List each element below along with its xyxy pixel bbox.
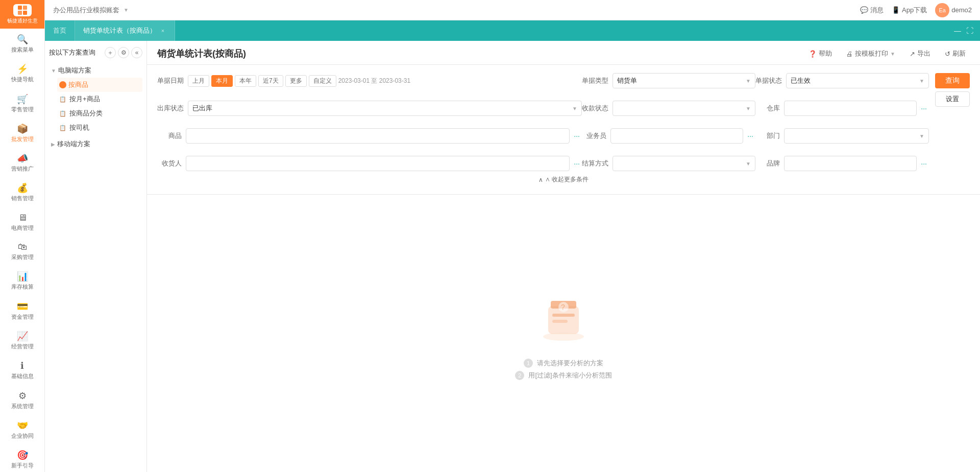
tree-item-by-driver[interactable]: 📋 按司机	[57, 121, 142, 135]
sidebar-item-search[interactable]: 🔍 搜索菜单	[0, 29, 44, 58]
user-avatar: Ea	[935, 3, 949, 17]
tree-expand-icon: ▼	[51, 68, 56, 74]
dept-select[interactable]: ▼	[784, 128, 929, 144]
settle-dropdown-icon: ▼	[746, 161, 751, 167]
help-button[interactable]: ❓ 帮助	[804, 47, 836, 60]
filter-brand-field: 品牌 ···	[755, 156, 929, 171]
tree-desktop-children: 按商品 📋 按月+商品 📋 按商品分类 📋 按司机	[49, 78, 142, 135]
empty-state: ? 1 请先选择要分析的方案 2 用[过滤]条件来缩小分析范围	[147, 195, 980, 472]
page-title: 销货单统计表(按商品)	[157, 48, 246, 60]
tree-item-by-category[interactable]: 📋 按商品分类	[57, 106, 142, 121]
search-icon: 🔍	[17, 34, 28, 45]
brand-input[interactable]	[784, 156, 917, 171]
filter-warehouse-field: 仓库 ···	[755, 101, 929, 116]
sidebar-item-newbie[interactable]: 🎯 新手引导	[0, 444, 44, 472]
brand-label: 品牌	[755, 159, 784, 168]
sidebar-item-operation[interactable]: 📈 经营管理	[0, 325, 44, 355]
product-more-icon[interactable]: ···	[572, 132, 582, 140]
sidebar-nav: 🔍 搜索菜单 ⚡ 快捷导航 🛒 零售管理 📦 批发管理 📣 营销推广 💰 销售管…	[0, 29, 44, 472]
tree-mobile-group[interactable]: ▶ 移动端方案	[49, 137, 142, 151]
date-7days[interactable]: 近7天	[258, 75, 283, 87]
staff-more-icon[interactable]: ···	[745, 132, 755, 140]
svg-text:?: ?	[561, 303, 565, 311]
svg-rect-0	[18, 6, 22, 10]
template-print-button[interactable]: 🖨 按模板打印 ▼	[842, 47, 899, 60]
doc-type-label: 单据类型	[582, 76, 612, 85]
out-status-select[interactable]: 已出库 ▼	[188, 101, 582, 116]
left-panel-title: 按以下方案查询	[49, 48, 95, 57]
tab-report[interactable]: 销货单统计表（按商品） ×	[75, 20, 175, 41]
date-custom[interactable]: 自定义	[309, 75, 336, 87]
minimize-button[interactable]: —	[953, 27, 962, 35]
operation-icon: 📈	[17, 331, 28, 342]
sidebar: 畅捷通好生意 🔍 搜索菜单 ⚡ 快捷导航 🛒 零售管理 📦 批发管理 📣 营销推…	[0, 0, 45, 472]
dept-dropdown-icon: ▼	[919, 133, 924, 139]
collapse-icon: ∧	[538, 176, 543, 183]
recipient-input[interactable]	[186, 156, 570, 171]
warehouse-input[interactable]	[784, 101, 917, 116]
sidebar-item-finance[interactable]: 💳 资金管理	[0, 296, 44, 325]
sidebar-item-marketing[interactable]: 📣 营销推广	[0, 148, 44, 177]
filter-payment-status-field: 收款状态 ▼	[582, 101, 755, 116]
svg-rect-1	[23, 6, 27, 10]
sidebar-item-quicknav[interactable]: ⚡ 快捷导航	[0, 58, 44, 88]
collapse-panel-button[interactable]: «	[131, 47, 142, 58]
tab-home[interactable]: 首页	[45, 20, 75, 41]
scheme-icon3: 📋	[59, 125, 66, 131]
logo-icon	[13, 4, 32, 16]
brand-more-icon[interactable]: ···	[919, 159, 929, 168]
sidebar-item-corp[interactable]: 🤝 企业协同	[0, 415, 44, 444]
product-input[interactable]	[186, 128, 570, 144]
date-this-year[interactable]: 本年	[235, 75, 256, 87]
tree-item-by-product[interactable]: 按商品	[57, 78, 142, 92]
tree-desktop-group[interactable]: ▼ 电脑端方案	[49, 63, 142, 78]
doc-status-label: 单据状态	[755, 76, 786, 85]
page-actions: ❓ 帮助 🖨 按模板打印 ▼ ↗ 导出 ↺ 刷新	[804, 47, 970, 60]
warehouse-more-icon[interactable]: ···	[919, 104, 929, 112]
app-download-button[interactable]: 📱 App下载	[892, 6, 927, 15]
settle-select[interactable]: ▼	[612, 156, 755, 171]
sidebar-item-inventory[interactable]: 📊 库存核算	[0, 266, 44, 295]
sidebar-item-basic[interactable]: ℹ 基础信息	[0, 355, 44, 385]
filter-recipient-field: 收货人 ···	[157, 156, 582, 171]
maximize-button[interactable]: ⛶	[966, 27, 974, 35]
doc-type-select[interactable]: 销货单 ▼	[612, 73, 755, 88]
sidebar-item-retail[interactable]: 🛒 零售管理	[0, 88, 44, 118]
tree-item-by-month-product[interactable]: 📋 按月+商品	[57, 92, 142, 106]
svg-rect-3	[23, 11, 27, 15]
out-status-dropdown-icon: ▼	[572, 106, 577, 111]
collapse-more-conditions[interactable]: ∧ ∧ 收起更多条件	[157, 171, 970, 186]
industry-label: 办公用品行业模拟账套	[53, 6, 119, 15]
refresh-button[interactable]: ↺ 刷新	[941, 47, 970, 60]
messages-button[interactable]: 💬 消息	[860, 6, 884, 15]
industry-selector[interactable]: 办公用品行业模拟账套 ▼	[53, 6, 129, 15]
query-button[interactable]: 查询	[935, 73, 970, 88]
sidebar-item-purchase[interactable]: 🛍 采购管理	[0, 237, 44, 266]
left-panel-header: 按以下方案查询 ＋ ⚙ «	[49, 47, 142, 58]
right-panel: 销货单统计表(按商品) ❓ 帮助 🖨 按模板打印 ▼ ↗ 导出	[147, 41, 980, 472]
recipient-more-icon[interactable]: ···	[572, 159, 582, 168]
sidebar-item-wholesale[interactable]: 📦 批发管理	[0, 118, 44, 148]
date-last-month[interactable]: 上月	[188, 75, 209, 87]
staff-input[interactable]	[610, 128, 743, 144]
payment-status-select[interactable]: ▼	[612, 101, 755, 116]
settings-button[interactable]: 设置	[935, 91, 970, 107]
date-more[interactable]: 更多	[285, 75, 307, 87]
filter-date-field: 单据日期 上月 本月 本年 近7天 更多 自定义 2023-03-01 至 20…	[157, 75, 582, 87]
newbie-icon: 🎯	[17, 450, 28, 461]
doc-status-select[interactable]: 已生效 ▼	[786, 73, 929, 88]
scheme-icon2: 📋	[59, 110, 66, 117]
add-scheme-button[interactable]: ＋	[105, 47, 116, 58]
user-menu[interactable]: Ea demo2	[935, 3, 972, 17]
tab-close-icon[interactable]: ×	[159, 27, 166, 34]
sidebar-item-sales[interactable]: 💰 销售管理	[0, 177, 44, 207]
date-this-month[interactable]: 本月	[211, 75, 233, 87]
sidebar-item-ecom[interactable]: 🖥 电商管理	[0, 207, 44, 237]
doc-status-dropdown-icon: ▼	[919, 78, 924, 84]
left-panel-actions: ＋ ⚙ «	[105, 47, 142, 58]
settings-scheme-button[interactable]: ⚙	[118, 47, 129, 58]
corp-icon: 🤝	[17, 420, 28, 431]
export-button[interactable]: ↗ 导出	[905, 47, 935, 60]
sidebar-item-system[interactable]: ⚙ 系统管理	[0, 385, 44, 415]
doc-type-dropdown-icon: ▼	[746, 78, 751, 84]
